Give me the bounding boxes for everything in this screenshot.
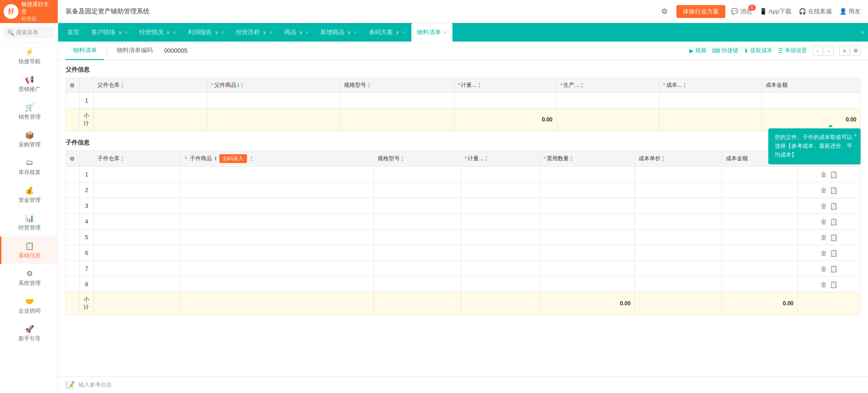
child-goods-cell-5[interactable]: [181, 230, 374, 245]
cost-sort[interactable]: ▲▼: [683, 82, 687, 89]
prev-arrow[interactable]: ‹: [813, 46, 823, 56]
copy-icon-7[interactable]: 📋: [830, 265, 838, 272]
parent-spec-cell[interactable]: [340, 93, 454, 109]
child-goods-cell-2[interactable]: [181, 182, 374, 198]
parent-settings-icon[interactable]: ⚙: [70, 82, 75, 89]
delete-icon-8[interactable]: 🗑: [820, 281, 827, 288]
sidebar-item-enterprise[interactable]: 🤝 企业协同: [0, 292, 58, 320]
sidebar-item-purchase[interactable]: 📦 采购管理: [0, 126, 58, 153]
customer-tab-close[interactable]: ×: [125, 30, 127, 35]
next-arrow[interactable]: ›: [824, 46, 834, 56]
child-unit-price-cell-7[interactable]: [634, 261, 722, 277]
delete-icon-7[interactable]: 🗑: [820, 265, 827, 272]
operations-tab-close[interactable]: ×: [173, 30, 175, 35]
child-unit-cell-2[interactable]: [461, 182, 540, 198]
sidebar-item-system[interactable]: ⚙ 系统管理: [0, 264, 58, 292]
child-goods-cell-4[interactable]: [181, 214, 374, 230]
delete-icon-1[interactable]: 🗑: [820, 171, 827, 178]
sidebar-item-quick-nav[interactable]: ⚡ 快捷导航: [0, 42, 58, 70]
bom-tab-close[interactable]: ×: [444, 30, 446, 35]
message-action[interactable]: 💬 消息 6: [731, 7, 752, 16]
child-unit-price-cell-6[interactable]: [634, 245, 722, 261]
child-quantity-cell-3[interactable]: [540, 198, 635, 214]
sidebar-item-inventory[interactable]: 🗂 库存核算: [0, 153, 58, 181]
sidebar-item-basic[interactable]: 📋 基础信息: [0, 236, 58, 264]
single-settings-btn[interactable]: ☰ 单据设置: [778, 47, 807, 54]
copy-icon-6[interactable]: 📋: [830, 249, 838, 257]
child-warehouse-cell-1[interactable]: [94, 167, 181, 182]
tab-barcode[interactable]: 条码方案 ∨ ×: [363, 23, 410, 42]
spec-sort[interactable]: ▲▼: [367, 82, 371, 89]
copy-icon-5[interactable]: 📋: [830, 234, 838, 241]
child-warehouse-cell-7[interactable]: [94, 261, 181, 277]
tab-bom[interactable]: 物料清单 ×: [411, 23, 452, 42]
child-unit-cell-5[interactable]: [461, 230, 540, 245]
tab-profit[interactable]: 利润报告 ∨ ×: [182, 23, 229, 42]
copy-icon-1[interactable]: 📋: [830, 171, 838, 178]
parent-cost-cell[interactable]: [659, 93, 762, 109]
child-unit-cell-8[interactable]: [461, 277, 540, 292]
child-warehouse-cell-3[interactable]: [94, 198, 181, 214]
parent-unit-cell[interactable]: [454, 93, 556, 109]
child-settings-icon[interactable]: ⚙: [70, 156, 75, 162]
list-view-btn[interactable]: ≡: [839, 46, 850, 56]
delete-icon-6[interactable]: 🗑: [820, 249, 827, 257]
trial-button[interactable]: 体验行业方案: [676, 5, 725, 18]
child-unit-price-cell-1[interactable]: [634, 167, 722, 182]
delete-icon-2[interactable]: 🗑: [820, 187, 827, 194]
sidebar-item-guide[interactable]: 🚀 新手引导: [0, 320, 58, 347]
sub-tab-code[interactable]: 物料清单编码: [109, 42, 160, 60]
child-quantity-cell-6[interactable]: [540, 245, 635, 261]
child-spec-cell-1[interactable]: [374, 167, 461, 182]
child-warehouse-cell-5[interactable]: [94, 230, 181, 245]
goods-tab-close[interactable]: ×: [306, 30, 308, 35]
child-unit-cell-6[interactable]: [461, 245, 540, 261]
history-tab-close[interactable]: ×: [269, 30, 272, 35]
child-unit-cell-4[interactable]: [461, 214, 540, 230]
warehouse-sort[interactable]: ▲▼: [121, 82, 124, 89]
delete-icon-4[interactable]: 🗑: [820, 218, 827, 225]
delete-icon-3[interactable]: 🗑: [820, 202, 827, 210]
tab-history[interactable]: 经营历程 ∨ ×: [230, 23, 277, 42]
child-goods-cell-7[interactable]: [181, 261, 374, 277]
tooltip-close-btn[interactable]: ×: [854, 131, 857, 140]
child-spec-cell-7[interactable]: [374, 261, 461, 277]
tab-goods[interactable]: 商品 ∨ ×: [279, 23, 314, 42]
tab-close-all[interactable]: ×: [861, 29, 864, 36]
sidebar-item-finance[interactable]: 💰 资金管理: [0, 181, 58, 209]
sidebar-item-sales[interactable]: 🛒 销售管理: [0, 98, 58, 126]
child-warehouse-cell-2[interactable]: [94, 182, 181, 198]
child-goods-cell-6[interactable]: [181, 245, 374, 261]
extract-cost-btn[interactable]: ⬇ 提取成本: [744, 47, 772, 54]
child-quantity-cell-8[interactable]: [540, 277, 635, 292]
child-warehouse-cell-8[interactable]: [94, 277, 181, 292]
goods-sort[interactable]: ▲▼: [240, 82, 244, 89]
sidebar-item-operations[interactable]: 📊 经营管理: [0, 209, 58, 236]
child-warehouse-cell-4[interactable]: [94, 214, 181, 230]
barcode-tab-close[interactable]: ×: [402, 30, 405, 35]
child-goods-cell-3[interactable]: [181, 198, 374, 214]
tab-new-goods[interactable]: 新增商品 ∨ ×: [315, 23, 362, 42]
view-video-btn[interactable]: ▶ 视频: [689, 47, 706, 54]
settings-gear-icon[interactable]: ⚙: [658, 5, 671, 18]
copy-icon-2[interactable]: 📋: [830, 187, 838, 194]
child-spec-cell-6[interactable]: [374, 245, 461, 261]
child-spec-cell-3[interactable]: [374, 198, 461, 214]
parent-warehouse-cell[interactable]: [94, 93, 207, 109]
grid-view-btn[interactable]: ⊞: [850, 46, 861, 56]
child-spec-cell-8[interactable]: [374, 277, 461, 292]
parent-produce-cell[interactable]: [556, 93, 659, 109]
child-quantity-cell-7[interactable]: [540, 261, 635, 277]
profit-tab-close[interactable]: ×: [221, 30, 224, 35]
child-unit-price-cell-3[interactable]: [634, 198, 722, 214]
child-unit-price-cell-2[interactable]: [634, 182, 722, 198]
tab-operations[interactable]: 经营情况 ∨ ×: [134, 23, 181, 42]
user-action[interactable]: 👤 用友: [839, 7, 861, 16]
sub-tab-list[interactable]: 物料清单: [66, 42, 104, 60]
hotkey-btn[interactable]: ⌨ 快捷键: [712, 47, 738, 54]
produce-sort[interactable]: ▲▼: [580, 82, 584, 89]
child-quantity-cell-4[interactable]: [540, 214, 635, 230]
child-unit-cell-7[interactable]: [461, 261, 540, 277]
copy-icon-3[interactable]: 📋: [830, 202, 838, 210]
child-goods-cell-1[interactable]: [181, 167, 374, 182]
